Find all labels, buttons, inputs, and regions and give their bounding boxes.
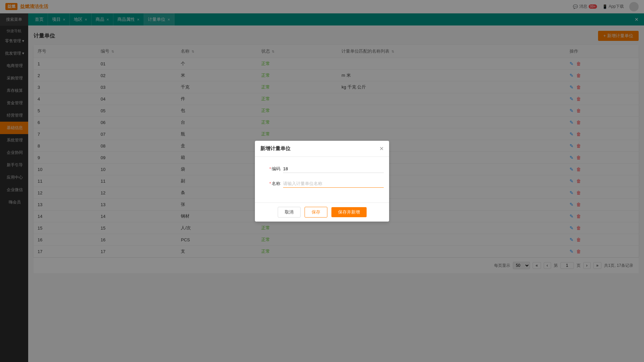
save-button[interactable]: 保存 [305,207,327,218]
form-code-label: *编码 [260,166,280,172]
modal-close-btn[interactable]: ✕ [379,145,384,152]
modal-body: *编码 *名称 [255,157,389,202]
form-row-name: *名称 [260,180,384,188]
form-name-label: *名称 [260,181,280,187]
form-name-input[interactable] [283,180,384,188]
modal-title: 新增计量单位 [260,145,290,152]
cancel-button[interactable]: 取消 [278,207,301,218]
save-new-button[interactable]: 保存并新增 [331,207,367,217]
modal-overlay: 新增计量单位 ✕ *编码 *名称 取消 保存 保存并新增 [0,0,644,362]
form-code-input[interactable] [283,165,384,173]
add-unit-modal: 新增计量单位 ✕ *编码 *名称 取消 保存 保存并新增 [255,141,389,222]
modal-header: 新增计量单位 ✕ [255,141,389,157]
form-row-code: *编码 [260,165,384,173]
modal-footer: 取消 保存 保存并新增 [255,202,389,222]
